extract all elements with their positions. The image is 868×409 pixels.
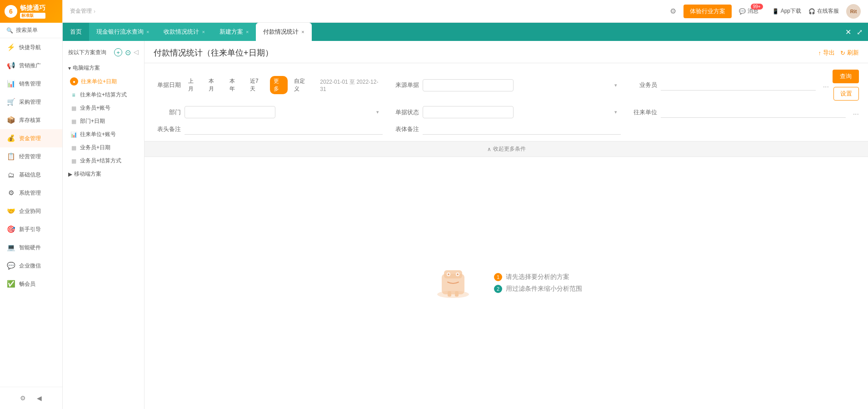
sidebar-item-hardware[interactable]: 💻 智能硬件 [0, 238, 62, 257]
tab-receipt-stats[interactable]: 收款情况统计 × [156, 23, 212, 41]
settings-icon[interactable]: ⚙ [670, 7, 676, 15]
refresh-button[interactable]: ↻ 刷新 [840, 49, 859, 57]
marketing-icon: 📢 [6, 61, 15, 70]
salesman-input[interactable] [661, 80, 816, 91]
sidebar-item-vip[interactable]: ✅ 畅会员 [0, 275, 62, 293]
scheme-item-salesman-account[interactable]: ▦ 业务员+账号 [66, 101, 140, 115]
refresh-icon: ↻ [840, 50, 845, 56]
scheme-settings-btn[interactable]: ⊙ [125, 48, 131, 57]
collapse-button[interactable]: ∧ 收起更多条件 [487, 145, 526, 153]
online-service-button[interactable]: 🎧 在线客服 [808, 7, 839, 15]
more-date-btn[interactable]: 更多 [270, 76, 288, 94]
wechat-label: 企业微信 [19, 262, 41, 270]
tab-home[interactable]: 首页 [63, 23, 89, 41]
basic-info-label: 基础信息 [19, 171, 41, 179]
sidebar-item-guide[interactable]: 🎯 新手引导 [0, 220, 62, 238]
tip-num-1: 1 [494, 273, 502, 281]
search-menu[interactable]: 🔍 搜索菜单 [0, 23, 62, 38]
empty-tip-1: 1 请先选择要分析的方案 [494, 273, 582, 281]
sidebar-item-quick-nav[interactable]: ⚡ 快捷导航 [0, 38, 62, 56]
sidebar-item-finance[interactable]: 💰 资金管理 [0, 129, 62, 147]
scheme-item-partner-date[interactable]: ● 往来单位+日期 [66, 75, 140, 88]
salesman-dots[interactable]: ... [823, 81, 829, 89]
sidebar-item-coop[interactable]: 🤝 企业协同 [0, 202, 62, 220]
scheme-item-salesman-date[interactable]: ▦ 业务员+日期 [66, 141, 140, 154]
tabbar-right-actions: ✕ ⤢ [843, 26, 868, 38]
system-label: 系统管理 [19, 189, 41, 197]
tab-new-scheme-close[interactable]: × [246, 29, 249, 35]
tab-receipt-close[interactable]: × [202, 29, 205, 35]
hardware-icon: 💻 [6, 243, 15, 252]
tab-home-label: 首页 [70, 28, 82, 36]
tab-bank-flow-close[interactable]: × [146, 29, 149, 35]
sidebar-item-basic-info[interactable]: 🗂 基础信息 [0, 166, 62, 184]
this-month-btn[interactable]: 本月 [205, 76, 223, 94]
logo-name: 畅捷通巧 [20, 4, 45, 12]
service-icon: 🎧 [808, 8, 815, 15]
doc-status-select[interactable] [423, 106, 514, 118]
scheme-mobile-arrow: ▶ [68, 171, 72, 177]
logo-icon: 6 [5, 5, 17, 18]
salesman-filter-field: 业务员 ... 查询 设置 [630, 70, 859, 101]
sidebar-item-wechat[interactable]: 💬 企业微信 [0, 257, 62, 275]
scheme-add-btn[interactable]: + [114, 48, 122, 56]
custom-date-btn[interactable]: 自定义 [290, 76, 314, 94]
message-icon: 💬 [739, 8, 746, 15]
scheme-item-partner-account[interactable]: 📊 往来单位+账号 [66, 128, 140, 141]
scheme-mobile-group[interactable]: ▶ 移动端方案 [63, 167, 144, 181]
scheme-desktop-header[interactable]: ▾ 电脑端方案 [66, 61, 140, 75]
avatar[interactable]: Rit [846, 4, 861, 19]
vip-icon: ✅ [6, 279, 15, 288]
query-button[interactable]: 查询 [833, 70, 859, 83]
trial-button[interactable]: 体验行业方案 [683, 5, 732, 18]
empty-content: 1 请先选择要分析的方案 2 用过滤条件来缩小分析范围 [430, 260, 582, 306]
expand-icon[interactable]: ⤢ [855, 26, 864, 38]
partner-input[interactable] [661, 107, 846, 118]
app-download-button[interactable]: 📱 App下载 [772, 7, 801, 15]
message-button[interactable]: 💬 消息 99+ [739, 7, 758, 15]
scheme-panel-header: 按以下方案查询 + ⊙ ◁ [63, 45, 144, 61]
last-month-btn[interactable]: 上月 [185, 76, 202, 94]
header-note-input[interactable] [185, 124, 383, 135]
scheme-item-salesman-account-label: 业务员+账号 [80, 104, 110, 112]
source-filter-label: 来源单据 [392, 81, 419, 89]
filter-area: 单据日期 上月 本月 本年 近7天 更多 自定义 2022-01-01 至 20… [145, 63, 868, 141]
scheme-item-salesman-settlement[interactable]: ▦ 业务员+结算方式 [66, 154, 140, 167]
breadcrumb: 资金管理 › [70, 7, 664, 15]
inventory-icon: 📦 [6, 116, 15, 125]
sidebar-item-system[interactable]: ⚙ 系统管理 [0, 184, 62, 202]
inventory-label: 库存核算 [19, 116, 41, 124]
tab-new-scheme[interactable]: 新建方案 × [212, 23, 256, 41]
scheme-item-partner-settlement[interactable]: ≡ 往来单位+结算方式 [66, 88, 140, 101]
export-button[interactable]: ↑ 导出 [818, 49, 835, 57]
sidebar-item-operation[interactable]: 📋 经营管理 [0, 147, 62, 166]
dept-select[interactable] [185, 106, 275, 118]
scheme-item-dept-date[interactable]: ▦ 部门+日期 [66, 115, 140, 128]
doc-status-filter-label: 单据状态 [392, 108, 419, 116]
settings-button[interactable]: 设置 [833, 87, 859, 101]
dept-filter-label: 部门 [154, 108, 181, 116]
scheme-collapse-btn[interactable]: ◁ [134, 48, 139, 57]
sidebar-item-sales[interactable]: 📊 销售管理 [0, 75, 62, 93]
partner-dots[interactable]: ... [853, 108, 859, 116]
message-badge: 99+ [751, 4, 763, 10]
sidebar-item-inventory[interactable]: 📦 库存核算 [0, 111, 62, 129]
sidebar-settings-btn[interactable]: ⚙ [17, 392, 30, 404]
sidebar-item-purchase[interactable]: 🛒 采购管理 [0, 93, 62, 111]
sidebar-bottom: ⚙ ◀ [0, 387, 62, 409]
logo: 6 畅捷通巧 标准版 [0, 0, 62, 23]
sidebar-item-marketing[interactable]: 📢 营销推广 [0, 56, 62, 75]
body-note-input[interactable] [423, 124, 621, 135]
doc-status-filter-field: 单据状态 ▾ [392, 106, 621, 118]
last-7-btn[interactable]: 近7天 [246, 76, 267, 94]
close-all-tabs-icon[interactable]: ✕ [843, 26, 853, 38]
tab-payment-close[interactable]: × [301, 29, 304, 35]
source-select[interactable] [423, 79, 514, 91]
body-note-field: 表体备注 [392, 124, 621, 135]
sidebar-collapse-btn[interactable]: ◀ [33, 392, 46, 404]
wechat-icon: 💬 [6, 261, 15, 270]
tab-payment-stats[interactable]: 付款情况统计 × [256, 23, 311, 41]
tab-bank-flow[interactable]: 现金银行流水查询 × [89, 23, 156, 41]
this-year-btn[interactable]: 本年 [226, 76, 244, 94]
tab-receipt-stats-label: 收款情况统计 [164, 28, 199, 36]
